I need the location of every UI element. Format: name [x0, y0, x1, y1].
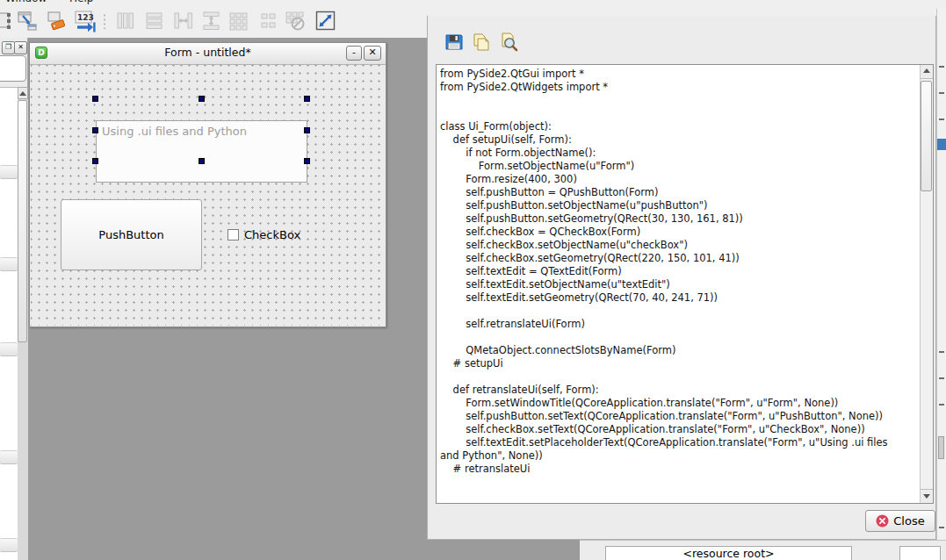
close-icon: [876, 514, 889, 528]
save-icon[interactable]: [444, 32, 464, 52]
menu-window[interactable]: Window: [5, 0, 47, 4]
layout-grid-icon[interactable]: [227, 10, 249, 32]
widget-box-dock: ❐ ✕: [0, 38, 28, 560]
layout-splitter-vertical-icon[interactable]: [200, 10, 223, 32]
checkbox-label: CheckBox: [244, 228, 300, 241]
layout-form-icon[interactable]: [257, 10, 280, 32]
find-icon[interactable]: [499, 32, 518, 52]
form-canvas[interactable]: Using .ui files and Python PushButton Ch…: [31, 64, 385, 326]
selection-handle[interactable]: [199, 158, 205, 164]
checkbox-indicator[interactable]: [227, 229, 239, 241]
widget-category-item[interactable]: [0, 342, 18, 356]
close-dialog-button[interactable]: Close: [865, 510, 935, 532]
widget-box-scrollbar[interactable]: [18, 87, 28, 560]
selection-handle[interactable]: [199, 96, 205, 102]
edit-buddies-icon[interactable]: [46, 10, 69, 32]
widget-box-list[interactable]: [0, 87, 18, 560]
code-text-area[interactable]: from PySide2.QtGui import * from PySide2…: [436, 64, 934, 504]
resource-list-box[interactable]: [899, 546, 941, 560]
adjust-size-icon[interactable]: [314, 10, 337, 32]
pushbutton-widget[interactable]: PushButton: [61, 199, 202, 270]
close-window-button[interactable]: ✕: [364, 46, 381, 61]
menu-help[interactable]: Help: [69, 0, 93, 4]
widget-category-item[interactable]: [0, 165, 18, 179]
textedit-placeholder: Using .ui files and Python: [97, 121, 307, 141]
selection-handle[interactable]: [304, 127, 310, 133]
widget-filter-input[interactable]: [0, 55, 26, 82]
edit-signals-slots-icon[interactable]: [16, 10, 39, 32]
tree-branch-mark: [939, 404, 944, 406]
generated-python-code[interactable]: from PySide2.QtGui import * from PySide2…: [437, 65, 920, 503]
layout-horizontal-icon[interactable]: [114, 10, 137, 32]
tree-branch-mark: [939, 118, 944, 120]
selection-handle[interactable]: [92, 127, 98, 133]
checkbox-widget[interactable]: CheckBox: [227, 217, 316, 253]
tree-branch-mark: [939, 527, 944, 528]
form-window-title: Form - untitled*: [30, 46, 386, 59]
qt-designer-screen: Window Help: [0, 0, 946, 560]
code-preview-dialog: from PySide2.QtGui import * from PySide2…: [427, 16, 936, 540]
copy-icon[interactable]: [472, 32, 491, 52]
layout-splitter-horizontal-icon[interactable]: [172, 10, 195, 32]
minimize-button[interactable]: -: [346, 46, 362, 61]
scroll-down-icon[interactable]: [921, 489, 933, 503]
tree-branch-mark: [939, 66, 944, 68]
toolbar-separator: [103, 13, 106, 29]
right-dock-sliver: [936, 9, 946, 540]
widget-category-item[interactable]: [0, 538, 18, 552]
tree-branch-mark: [939, 351, 944, 353]
scrollbar-thumb[interactable]: [921, 81, 932, 191]
selection-handle[interactable]: [304, 158, 310, 164]
selection-handle[interactable]: [304, 96, 310, 102]
selection-handle[interactable]: [92, 158, 98, 164]
edit-widgets-icon[interactable]: [0, 10, 15, 32]
textedit-widget[interactable]: Using .ui files and Python: [96, 120, 307, 183]
selection-handle[interactable]: [92, 96, 98, 102]
menubar: Window Help: [0, 0, 422, 5]
widget-category-item[interactable]: [0, 257, 18, 271]
tree-branch-mark: [939, 377, 944, 379]
scrollbar-thumb[interactable]: [18, 100, 27, 342]
selected-tree-row[interactable]: [937, 139, 946, 150]
tab-order-123-label: 123: [77, 13, 94, 22]
widget-category-item[interactable]: [0, 450, 18, 464]
edit-tab-order-icon[interactable]: 123: [74, 10, 97, 32]
close-button-label: Close: [893, 514, 924, 528]
resource-root-item[interactable]: <resource root>: [605, 546, 852, 560]
scroll-up-icon[interactable]: [18, 87, 28, 99]
form-editor-window: D Form - untitled* - ✕ Using .ui files a…: [29, 42, 386, 327]
layout-vertical-icon[interactable]: [143, 10, 166, 32]
scrollbar-thumb[interactable]: [938, 436, 944, 459]
dock-close-icon[interactable]: ✕: [14, 41, 27, 54]
scroll-up-icon[interactable]: [921, 65, 933, 79]
tree-branch-mark: [939, 92, 944, 94]
resource-browser-panel: <resource root>: [580, 540, 946, 560]
code-scrollbar[interactable]: [920, 65, 933, 503]
dock-float-icon[interactable]: ❐: [2, 41, 15, 54]
form-window-titlebar[interactable]: D Form - untitled* - ✕: [30, 43, 386, 65]
break-layout-icon[interactable]: [284, 10, 307, 32]
